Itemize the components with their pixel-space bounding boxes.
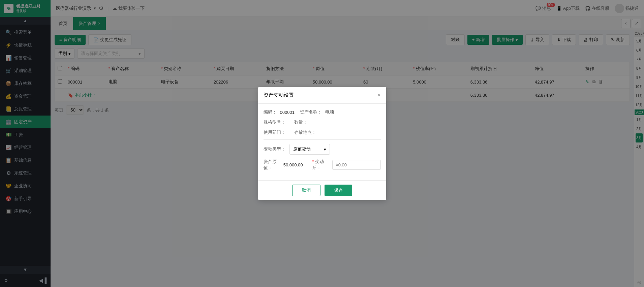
change-type-select[interactable]: 原值变动 ▾ xyxy=(289,144,330,155)
dialog-spec-field: 规格型号： xyxy=(264,119,289,125)
quantity-label: 数量： xyxy=(294,119,307,125)
dialog-title: 资产变动设置 xyxy=(264,92,294,98)
modal-overlay: 资产变动设置 × 编码： 000001 资产名称： 电脑 规格型号： xyxy=(0,0,644,287)
spec-label: 规格型号： xyxy=(264,119,285,125)
dialog-close-button[interactable]: × xyxy=(377,92,381,99)
dialog-location-field: 存放地点： xyxy=(294,129,319,135)
dialog-divider xyxy=(264,139,381,140)
dialog-row-3: 使用部门： 存放地点： xyxy=(264,129,381,135)
required-mark: * xyxy=(312,159,314,164)
dialog-row-1: 编码： 000001 资产名称： 电脑 xyxy=(264,109,381,115)
dialog-footer: 取消 保存 xyxy=(258,180,386,200)
dialog-assetname-field: 资产名称： 电脑 xyxy=(300,109,334,115)
department-label: 使用部门： xyxy=(264,129,285,135)
dialog-body: 编码： 000001 资产名称： 电脑 规格型号： 数量： xyxy=(258,104,386,180)
dialog-row-2: 规格型号： 数量： xyxy=(264,119,381,125)
after-change-label: 变动后： xyxy=(312,159,324,170)
asset-original-label: 资产原值： xyxy=(264,159,279,171)
dialog-value-row: 资产原值： 50,000.00 * 变动后： xyxy=(264,159,381,171)
after-change-input[interactable] xyxy=(332,160,381,170)
change-type-label: 变动类型： xyxy=(264,146,285,152)
asset-original-value: 50,000.00 xyxy=(283,162,303,167)
code-value: 000001 xyxy=(280,110,295,115)
code-label: 编码： xyxy=(264,109,277,115)
dialog-quantity-field: 数量： xyxy=(294,119,311,125)
dialog-code-field: 编码： 000001 xyxy=(264,109,295,115)
dialog-change-type-row: 变动类型： 原值变动 ▾ xyxy=(264,144,381,155)
asset-name-label: 资产名称： xyxy=(300,109,322,115)
dialog-header: 资产变动设置 × xyxy=(258,87,386,104)
asset-name-value: 电脑 xyxy=(325,109,334,115)
location-label: 存放地点： xyxy=(294,129,316,135)
dialog-department-field: 使用部门： xyxy=(264,129,289,135)
select-dropdown-icon: ▾ xyxy=(324,147,326,152)
asset-change-dialog: 资产变动设置 × 编码： 000001 资产名称： 电脑 规格型号： xyxy=(258,87,386,200)
cancel-button[interactable]: 取消 xyxy=(292,185,320,196)
save-button[interactable]: 保存 xyxy=(325,185,352,196)
